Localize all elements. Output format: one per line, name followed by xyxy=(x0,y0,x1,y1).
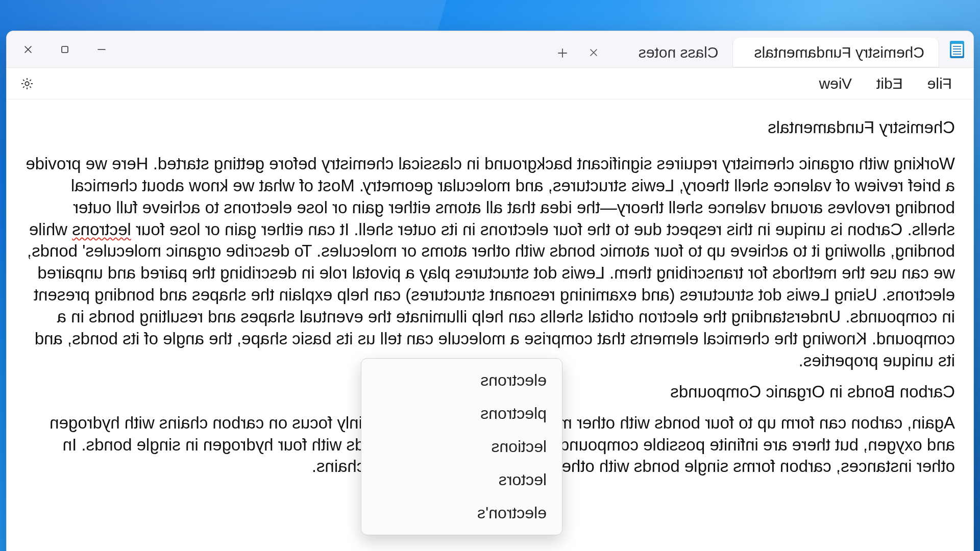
menu-edit[interactable]: Edit xyxy=(864,72,915,95)
suggestion-item[interactable]: lections xyxy=(361,430,562,463)
close-button[interactable] xyxy=(10,35,46,64)
suggestion-item[interactable]: lectors xyxy=(361,463,562,496)
window-controls xyxy=(7,31,120,67)
menubar: File Edit View xyxy=(7,68,973,99)
menu-view[interactable]: View xyxy=(806,72,864,95)
tab-class-notes[interactable]: Class notes xyxy=(580,38,733,67)
app-icon xyxy=(941,31,973,67)
suggestion-item[interactable]: electrons xyxy=(361,364,562,397)
tab-chemistry-fundamentals[interactable]: Chemistry Fundamentals xyxy=(733,38,939,67)
maximize-button[interactable] xyxy=(46,35,83,64)
titlebar: Chemistry Fundamentals Class notes xyxy=(7,31,973,68)
new-tab-button[interactable] xyxy=(548,39,577,67)
misspelled-word[interactable]: lectrons xyxy=(72,220,131,239)
notepad-icon xyxy=(950,41,964,58)
close-icon[interactable] xyxy=(588,47,599,58)
spellcheck-suggestions-popup: electrons plectrons lections lectors ele… xyxy=(361,358,562,535)
tab-label: Class notes xyxy=(639,44,719,61)
settings-button[interactable] xyxy=(16,72,38,95)
tabstrip: Chemistry Fundamentals Class notes xyxy=(548,31,941,67)
suggestion-item[interactable]: plectrons xyxy=(361,397,562,430)
notepad-window: Chemistry Fundamentals Class notes xyxy=(6,31,974,551)
text-run: while bonding, allowing it to achieve up… xyxy=(27,220,955,370)
svg-point-1 xyxy=(25,82,29,85)
paragraph-1: Working with organic chemistry requires … xyxy=(25,153,955,372)
text-run: Working with organic chemistry requires … xyxy=(26,154,955,239)
suggestion-item[interactable]: electron's xyxy=(361,496,562,530)
editor-area[interactable]: Chemistry Fundamentals Working with orga… xyxy=(7,99,973,551)
menu-file[interactable]: File xyxy=(915,72,964,95)
tab-label: Chemistry Fundamentals xyxy=(754,44,924,61)
minimize-button[interactable] xyxy=(83,35,120,64)
svg-rect-0 xyxy=(62,46,68,53)
doc-title: Chemistry Fundamentals xyxy=(25,117,955,139)
